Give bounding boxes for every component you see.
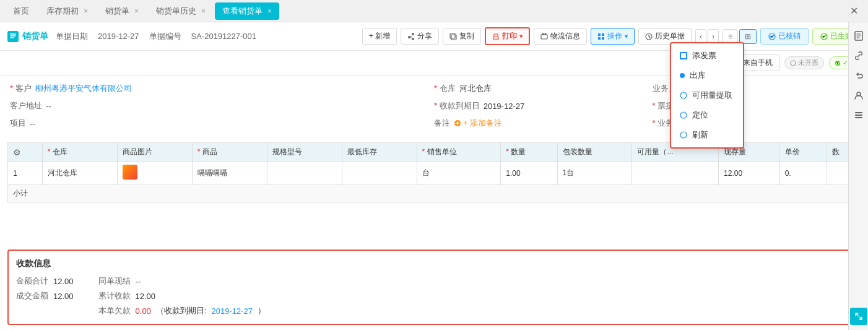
payment-col-1: 金额合计 12.00 成交金额 12.00 bbox=[16, 276, 74, 316]
dropdown-refresh[interactable]: 刷新 bbox=[671, 125, 743, 145]
table-row: 1 河北仓库 嗝嗝嗝嗝 台 1.00 1台 12.00 0. bbox=[8, 162, 861, 185]
add-note-label: + 添加备注 bbox=[463, 118, 502, 129]
dropdown-available[interactable]: 可用量提取 bbox=[671, 85, 743, 105]
sidebar-doc-icon[interactable] bbox=[850, 27, 867, 45]
tab-bar-close-button[interactable]: ✕ bbox=[845, 5, 863, 17]
sidebar-expand-icon[interactable] bbox=[850, 308, 867, 325]
tab-sales-order[interactable]: 销货单 × bbox=[97, 2, 147, 20]
cumulative-value: 12.00 bbox=[136, 292, 156, 301]
sidebar-link-icon[interactable] bbox=[850, 47, 867, 64]
col-unit-price: 单价 bbox=[779, 143, 827, 162]
payment-date-value: 2019-12-27 bbox=[484, 102, 525, 111]
logistics-button[interactable]: 物流信息 bbox=[534, 28, 587, 45]
col-quantity: 数量 bbox=[501, 143, 557, 162]
operation-button[interactable]: 操作 ▾ bbox=[591, 28, 635, 45]
tab-inventory-label: 库存期初 bbox=[46, 6, 79, 17]
doc-title: 销货单 bbox=[7, 31, 48, 42]
cumulative-row: 累计收款 12.00 bbox=[98, 290, 266, 302]
balance-value: 0.00 bbox=[136, 306, 151, 316]
view-list[interactable]: ≡ bbox=[723, 29, 738, 44]
subtotal-label: 小计 bbox=[8, 185, 861, 202]
customer-field: 客户 柳州粤港平安气体有限公司 bbox=[10, 83, 422, 94]
cell-index: 1 bbox=[8, 162, 43, 185]
tab-bar: 首页 库存期初 × 销货单 × 销货单历史 × 查看销货单 × ✕ bbox=[0, 0, 868, 22]
dropdown-outbound[interactable]: 出库 bbox=[671, 66, 743, 85]
operation-arrow: ▾ bbox=[625, 33, 628, 40]
svg-rect-7 bbox=[602, 33, 604, 36]
print-dropdown-arrow[interactable]: ▾ bbox=[519, 33, 523, 40]
tab-view-sales[interactable]: 查看销货单 × bbox=[215, 2, 279, 20]
page-wrapper: 首页 库存期初 × 销货单 × 销货单历史 × 查看销货单 × ✕ bbox=[0, 0, 868, 330]
tab-sales-close[interactable]: × bbox=[134, 7, 139, 15]
tab-view-close[interactable]: × bbox=[267, 7, 272, 15]
meta-no-label: 单据编号 bbox=[149, 31, 181, 42]
tab-sales-history[interactable]: 销货单历史 × bbox=[148, 2, 214, 20]
payment-col-2: 同单现结 -- 累计收款 12.00 本单欠款 0.00 （收款到期日: 201… bbox=[98, 276, 266, 316]
meta-no-value: SA-20191227-001 bbox=[191, 32, 257, 41]
share-button[interactable]: 分享 bbox=[401, 28, 439, 45]
total-label: 金额合计 bbox=[16, 276, 48, 287]
dropdown-position[interactable]: 定位 bbox=[671, 105, 743, 125]
gear-icon[interactable]: ⚙ bbox=[13, 147, 21, 157]
svg-rect-23 bbox=[855, 112, 862, 113]
product-table: ⚙ 仓库 商品图片 商品 规格型号 最低库存 销售单位 数量 包装数量 可用量（… bbox=[7, 142, 861, 202]
table-container: ⚙ 仓库 商品图片 商品 规格型号 最低库存 销售单位 数量 包装数量 可用量（… bbox=[0, 142, 868, 245]
address-label: 客户地址 bbox=[10, 100, 42, 111]
svg-point-19 bbox=[680, 112, 687, 118]
payment-date-label: 收款到期日 bbox=[434, 100, 480, 111]
svg-rect-6 bbox=[598, 33, 601, 36]
meta-date-label: 单据日期 bbox=[56, 31, 88, 42]
logistics-label: 物流信息 bbox=[550, 31, 580, 41]
add-note-button[interactable]: + 添加备注 bbox=[454, 118, 502, 129]
sidebar-list-icon[interactable] bbox=[850, 106, 867, 124]
tab-inventory-init[interactable]: 库存期初 × bbox=[38, 2, 96, 20]
operation-label: 操作 bbox=[607, 31, 622, 41]
svg-rect-24 bbox=[855, 115, 862, 116]
balance-note: （收款到期日: bbox=[156, 305, 207, 316]
address-field: 客户地址 -- bbox=[10, 100, 422, 111]
total-row: 金额合计 12.00 bbox=[16, 276, 74, 287]
header-meta: 单据日期 2019-12-27 单据编号 SA-20191227-001 bbox=[56, 31, 256, 42]
copy-button[interactable]: 复制 bbox=[443, 28, 481, 45]
sidebar-person-icon[interactable] bbox=[850, 87, 867, 104]
warehouse-field: 仓库 河北仓库 bbox=[434, 83, 640, 94]
col-product-img: 商品图片 bbox=[117, 143, 192, 162]
tab-history-label: 销货单历史 bbox=[156, 6, 196, 17]
nav-arrows: ‹ › bbox=[695, 29, 719, 44]
svg-rect-9 bbox=[602, 37, 604, 40]
balance-date: 2019-12-27 bbox=[211, 306, 253, 316]
right-sidebar bbox=[848, 22, 868, 330]
available-icon bbox=[680, 92, 687, 99]
tab-home-label: 首页 bbox=[13, 6, 29, 17]
project-field: 项目 -- bbox=[10, 118, 422, 129]
payment-info-title: 收款信息 bbox=[16, 258, 852, 269]
nav-prev[interactable]: ‹ bbox=[695, 29, 706, 44]
tab-home[interactable]: 首页 bbox=[5, 2, 37, 20]
payment-info-section: 收款信息 金额合计 12.00 成交金额 12.00 同单现结 -- bbox=[7, 250, 861, 325]
share-label: 分享 bbox=[417, 31, 432, 41]
available-label: 可用量提取 bbox=[692, 90, 732, 101]
total-value: 12.00 bbox=[53, 277, 74, 286]
history-label: 历史单据 bbox=[655, 31, 685, 41]
nav-next[interactable]: › bbox=[708, 29, 719, 44]
tab-view-label: 查看销货单 bbox=[222, 6, 263, 17]
cumulative-label: 累计收款 bbox=[98, 290, 131, 302]
print-button[interactable]: 打印 ▾ bbox=[485, 27, 530, 45]
status-checked-label: 已核销 bbox=[778, 31, 801, 41]
dropdown-add-invoice[interactable]: 添发票 bbox=[671, 46, 743, 66]
col-spec: 规格型号 bbox=[267, 143, 342, 162]
cell-warehouse: 河北仓库 bbox=[42, 162, 117, 185]
customer-value[interactable]: 柳州粤港平安气体有限公司 bbox=[35, 83, 132, 94]
from-phone-label: 来自手机 bbox=[743, 58, 773, 68]
sidebar-reply-icon[interactable] bbox=[850, 67, 867, 84]
tab-history-close[interactable]: × bbox=[201, 7, 206, 15]
cell-unit-price: 0. bbox=[779, 162, 827, 185]
tab-inventory-close[interactable]: × bbox=[84, 7, 88, 15]
col-warehouse: 仓库 bbox=[42, 143, 117, 162]
refresh-label: 刷新 bbox=[692, 129, 708, 141]
new-button[interactable]: + 新增 bbox=[362, 28, 397, 45]
header-actions: + 新增 分享 复制 打印 ▾ 物流信息 bbox=[362, 27, 861, 45]
view-grid[interactable]: ⊞ bbox=[739, 29, 757, 44]
project-value: -- bbox=[30, 119, 35, 128]
address-value: -- bbox=[46, 102, 51, 111]
